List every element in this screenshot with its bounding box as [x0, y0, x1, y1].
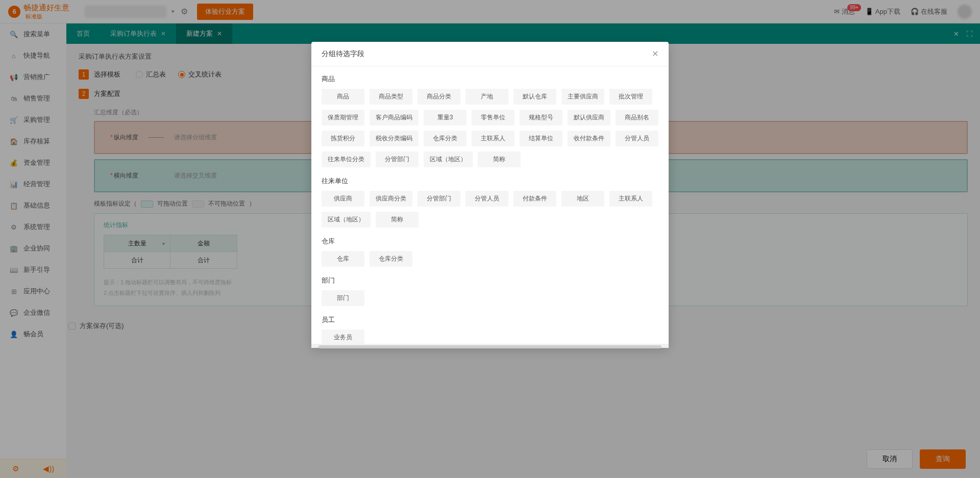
field-chip[interactable]: 付款条件 — [513, 191, 556, 207]
field-chip[interactable]: 商品 — [322, 89, 364, 105]
field-chip[interactable]: 商品别名 — [616, 110, 658, 125]
field-chips: 商品商品类型商品分类产地默认仓库主要供应商批次管理保质期管理客户商品编码重量3零… — [322, 89, 658, 167]
field-chip[interactable]: 供应商分类 — [370, 191, 412, 207]
field-chip[interactable]: 保质期管理 — [322, 110, 364, 125]
field-chip[interactable]: 主联系人 — [472, 131, 514, 146]
field-chip[interactable]: 客户商品编码 — [370, 110, 419, 125]
field-chips: 仓库仓库分类 — [322, 251, 658, 267]
field-group: 往来单位供应商供应商分类分管部门分管人员付款条件地区主联系人区域（地区）简称 — [322, 177, 658, 228]
modal-body[interactable]: 商品商品商品类型商品分类产地默认仓库主要供应商批次管理保质期管理客户商品编码重量… — [311, 66, 669, 344]
field-chip[interactable]: 分管部门 — [418, 191, 460, 207]
field-chip[interactable]: 重量3 — [424, 110, 467, 125]
field-chip[interactable]: 产地 — [465, 89, 508, 105]
modal-header: 分组待选字段 ✕ — [311, 42, 669, 66]
field-chip[interactable]: 默认供应商 — [568, 110, 610, 125]
field-group-title: 商品 — [322, 74, 658, 84]
field-chip[interactable]: 往来单位分类 — [322, 152, 371, 167]
field-chip[interactable]: 简称 — [478, 152, 521, 167]
field-chip[interactable]: 仓库分类 — [424, 131, 467, 146]
field-chip[interactable]: 结算单位 — [520, 131, 562, 146]
field-group: 员工业务员 — [322, 315, 658, 344]
field-group-title: 部门 — [322, 276, 658, 285]
field-chips: 供应商供应商分类分管部门分管人员付款条件地区主联系人区域（地区）简称 — [322, 191, 658, 228]
field-chip[interactable]: 默认仓库 — [513, 89, 556, 105]
field-chip[interactable]: 规格型号 — [520, 110, 562, 125]
field-chip[interactable]: 零售单位 — [472, 110, 514, 125]
field-group: 商品商品商品类型商品分类产地默认仓库主要供应商批次管理保质期管理客户商品编码重量… — [322, 74, 658, 167]
close-icon[interactable]: ✕ — [652, 49, 658, 59]
field-chip[interactable]: 部门 — [322, 290, 364, 306]
field-group-title: 员工 — [322, 315, 658, 324]
field-chip[interactable]: 商品分类 — [418, 89, 460, 105]
field-select-modal: 分组待选字段 ✕ 商品商品商品类型商品分类产地默认仓库主要供应商批次管理保质期管… — [311, 42, 669, 348]
field-group-title: 仓库 — [322, 237, 658, 246]
modal-title: 分组待选字段 — [322, 49, 364, 59]
field-chip[interactable]: 区域（地区） — [424, 152, 473, 167]
field-chip[interactable]: 分管人员 — [465, 191, 508, 207]
field-chip[interactable]: 简称 — [376, 212, 419, 228]
field-chip[interactable]: 商品类型 — [370, 89, 412, 105]
field-chip[interactable]: 拣货积分 — [322, 131, 364, 146]
field-chip[interactable]: 分管部门 — [376, 152, 419, 167]
field-chip[interactable]: 区域（地区） — [322, 212, 371, 228]
field-chip[interactable]: 仓库 — [322, 251, 364, 267]
field-group: 仓库仓库仓库分类 — [322, 237, 658, 267]
field-chip[interactable]: 批次管理 — [609, 89, 652, 105]
field-chips: 业务员 — [322, 330, 658, 344]
modal-horizontal-scrollbar[interactable] — [311, 344, 669, 348]
field-chip[interactable]: 地区 — [561, 191, 604, 207]
field-chip[interactable]: 收付款条件 — [568, 131, 610, 146]
field-chip[interactable]: 主要供应商 — [561, 89, 604, 105]
field-chip[interactable]: 仓库分类 — [370, 251, 412, 267]
field-group: 部门部门 — [322, 276, 658, 306]
field-chip[interactable]: 税收分类编码 — [370, 131, 419, 146]
field-group-title: 往来单位 — [322, 177, 658, 186]
field-chip[interactable]: 主联系人 — [609, 191, 652, 207]
field-chip[interactable]: 分管人员 — [616, 131, 658, 146]
field-chips: 部门 — [322, 290, 658, 306]
modal-overlay: 分组待选字段 ✕ 商品商品商品类型商品分类产地默认仓库主要供应商批次管理保质期管… — [0, 0, 980, 478]
field-chip[interactable]: 业务员 — [322, 330, 364, 344]
field-chip[interactable]: 供应商 — [322, 191, 364, 207]
